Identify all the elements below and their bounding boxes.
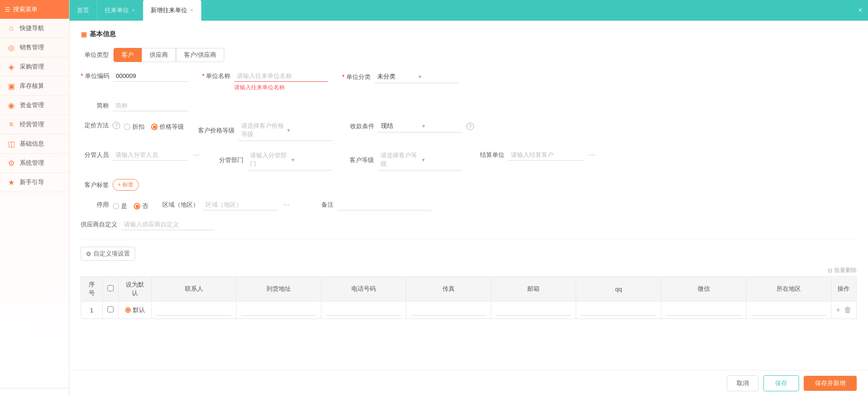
- tab-partner-close[interactable]: ×: [132, 7, 135, 14]
- sidebar-purchase-label: 采购管理: [20, 62, 44, 71]
- disabled-label: 停用: [81, 201, 109, 209]
- sidebar-item-quick-nav[interactable]: ⌂快捷导航: [0, 19, 69, 38]
- address-input[interactable]: [241, 304, 316, 316]
- unit-category-select[interactable]: 未分类 ▼: [374, 70, 459, 83]
- unit-code-label: 单位编码: [81, 72, 109, 80]
- supplier-custom-field: 供应商自定义: [81, 219, 215, 230]
- short-name-input[interactable]: [113, 100, 188, 111]
- batch-delete-btn[interactable]: ⊟ 批量删除: [81, 266, 857, 274]
- sidebar-operation-label: 经营管理: [20, 120, 44, 129]
- disabled-radio-group: 是 否: [113, 199, 148, 210]
- disabled-region-row: 停用 是 否 区域（地区） ··· 备注: [81, 199, 857, 210]
- tab-partner[interactable]: 往来单位 ×: [97, 0, 143, 21]
- sidebar-operation-icon: ≡: [7, 120, 16, 129]
- custom-settings-btn[interactable]: ⚙ 自定义项设置: [81, 247, 135, 261]
- disabled-radio-yes[interactable]: 是: [113, 202, 127, 210]
- qq-input[interactable]: [581, 304, 656, 316]
- phone-input[interactable]: [326, 304, 401, 316]
- unit-btn-supplier[interactable]: 供应商: [142, 48, 176, 62]
- col-header-4: 到货地址: [236, 277, 321, 302]
- sidebar-sales-label: 销售管理: [20, 43, 44, 52]
- supplier-custom-label: 供应商自定义: [81, 220, 117, 229]
- sidebar-item-guide[interactable]: ★新手引导: [0, 173, 69, 192]
- unit-btn-customer[interactable]: 客户: [114, 48, 142, 62]
- search-menu-label: 搜索菜单: [13, 5, 38, 14]
- customer-level-placeholder: 请选择客户等级: [381, 151, 419, 168]
- manager-field: 分管人员 ···: [81, 149, 201, 161]
- unit-name-input[interactable]: [234, 70, 328, 82]
- disabled-radio-no[interactable]: 否: [134, 202, 148, 210]
- tab-new-partner[interactable]: 新增往来单位 ×: [143, 0, 201, 21]
- payment-terms-label: 收款条件: [346, 122, 374, 131]
- row-checkbox[interactable]: [107, 306, 114, 312]
- search-menu-btn[interactable]: ☰ 搜索菜单: [0, 0, 69, 19]
- sidebar-system-icon: ⚙: [7, 158, 16, 168]
- sidebar-item-sales[interactable]: ◎销售管理: [0, 38, 69, 57]
- sidebar-item-operation[interactable]: ≡经营管理: [0, 115, 69, 134]
- note-field: 备注: [305, 199, 431, 210]
- sidebar-item-purchase[interactable]: ◈采购管理: [0, 57, 69, 77]
- unit-code-field: 单位编码: [81, 70, 188, 82]
- region-input[interactable]: [203, 199, 278, 210]
- note-input[interactable]: [337, 199, 431, 210]
- sidebar-item-finance[interactable]: ◉资金管理: [0, 96, 69, 115]
- col-header-2: 设为默认: [118, 277, 152, 302]
- customer-level-select[interactable]: 请选择客户等级 ▼: [378, 149, 462, 171]
- payment-terms-help-icon[interactable]: ?: [466, 123, 474, 130]
- department-select[interactable]: 请输入分管部门 ▼: [247, 149, 332, 171]
- unit-btn-both[interactable]: 客户/供应商: [176, 48, 224, 62]
- pricing-radio-level[interactable]: 价格等级: [151, 123, 184, 131]
- col-header-3: 联系人: [152, 277, 236, 302]
- customer-price-level-label: 客户价格等级: [198, 126, 235, 135]
- pricing-help-icon[interactable]: ?: [113, 122, 120, 129]
- pricing-radio-group: 折扣 价格等级: [124, 120, 184, 131]
- close-all-tabs-btn[interactable]: ×: [858, 6, 862, 15]
- save-btn[interactable]: 保存: [763, 375, 799, 391]
- pricing-method-field: 定价方法 ? 折扣 价格等级: [81, 120, 184, 131]
- sidebar-item-system[interactable]: ⚙系统管理: [0, 154, 69, 173]
- department-label: 分管部门: [215, 156, 244, 164]
- sidebar-guide-label: 新手引导: [20, 178, 44, 186]
- email-input[interactable]: [496, 304, 571, 316]
- unit-name-error: 请输入往来单位名称: [234, 84, 328, 92]
- cancel-btn[interactable]: 取消: [727, 375, 759, 391]
- unit-name-field-col: 单位名称 请输入往来单位名称: [202, 70, 328, 92]
- col-header-1: [102, 277, 118, 302]
- unit-name-field: 单位名称: [202, 70, 328, 82]
- unit-code-input[interactable]: [113, 70, 188, 82]
- settlement-input[interactable]: [508, 149, 583, 161]
- payment-terms-field: 收款条件 现结 ▼ ?: [346, 120, 474, 132]
- select-all-checkbox[interactable]: [107, 285, 114, 291]
- region-more-btn[interactable]: ···: [282, 201, 291, 209]
- batch-delete-label: 批量删除: [834, 266, 857, 274]
- wechat-input[interactable]: [666, 304, 741, 316]
- tab-partner-label: 往来单位: [105, 6, 129, 15]
- tab-new-partner-close[interactable]: ×: [190, 7, 193, 14]
- disabled-field: 停用 是 否: [81, 199, 148, 210]
- delete-row-btn[interactable]: 🗑: [844, 306, 852, 314]
- payment-terms-select[interactable]: 现结 ▼: [378, 120, 463, 132]
- customer-price-level-select[interactable]: 请选择客户价格等级 ▼: [238, 120, 332, 141]
- save-new-btn[interactable]: 保存并新增: [804, 376, 857, 391]
- manager-more-btn[interactable]: ···: [191, 151, 201, 159]
- unit-category-field: 单位分类 未分类 ▼: [342, 70, 459, 83]
- settlement-more-btn[interactable]: ···: [587, 151, 597, 159]
- sidebar-item-inventory[interactable]: ▣库存核算: [0, 77, 69, 96]
- add-row-btn[interactable]: +: [836, 306, 840, 314]
- manager-input[interactable]: [113, 149, 188, 161]
- cell-checkbox: [102, 302, 118, 319]
- region-field: 区域（地区） ···: [162, 199, 291, 210]
- sidebar-item-basic[interactable]: ◫基础信息: [0, 134, 69, 154]
- area-input[interactable]: [751, 304, 826, 316]
- unit-type-label: 单位类型: [81, 48, 109, 59]
- unit-category-caret: ▼: [418, 74, 456, 79]
- customer-tags-field: 客户标签 + 标签: [81, 179, 139, 191]
- tabs-bar: 首页 往来单位 × 新增往来单位 × ×: [69, 0, 868, 21]
- tab-home[interactable]: 首页: [69, 0, 97, 21]
- add-tag-btn[interactable]: + 标签: [113, 179, 139, 191]
- fax-input[interactable]: [411, 304, 486, 316]
- pricing-radio-discount[interactable]: 折扣: [124, 123, 145, 131]
- default-radio[interactable]: [125, 307, 131, 313]
- supplier-custom-input[interactable]: [121, 219, 215, 230]
- contact-input[interactable]: [156, 304, 231, 316]
